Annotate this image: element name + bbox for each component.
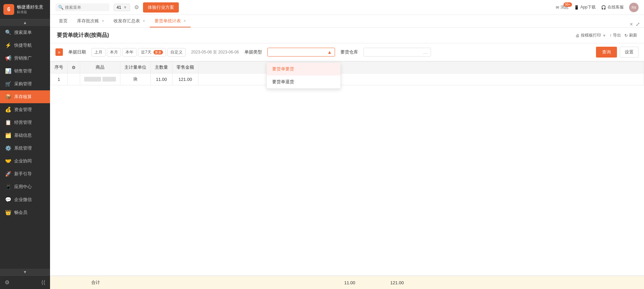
refresh-label: 刷新	[629, 32, 637, 38]
sidebar-item-quick-nav[interactable]: ⚡ 快捷导航	[0, 39, 50, 52]
sidebar-scroll-down[interactable]: ▼	[0, 269, 50, 275]
custom-date-btn[interactable]: 自定义	[167, 48, 186, 57]
sidebar-item-search[interactable]: 🔍 搜索菜单	[0, 26, 50, 39]
sidebar-item-label: 畅会员	[14, 209, 27, 216]
tab-order-summary[interactable]: 要货单统计表 ×	[150, 15, 191, 27]
product-cell	[84, 77, 116, 82]
sidebar-item-purchase[interactable]: 🛒 采购管理	[0, 77, 50, 90]
tabbar-expand-button[interactable]: ⤢	[636, 21, 640, 27]
num-value: 41	[117, 5, 121, 10]
warehouse-filter-label: 要货仓库	[340, 49, 358, 55]
table-settings-icon[interactable]: ⚙	[72, 65, 76, 70]
sidebar-item-label: 系统管理	[14, 145, 32, 151]
tab-order-summary-close[interactable]: ×	[184, 19, 186, 23]
app-download-button[interactable]: 📱 App下载	[574, 4, 596, 10]
message-badge: 99+	[564, 2, 572, 7]
refresh-icon: ↻	[624, 33, 628, 38]
settings-icon[interactable]: ⚙	[5, 279, 9, 286]
topbar: 🔍 41 ▼ ⚙ 体验行业方案 ✉ 消息 99+ 📱 App下载 🎧 在线客服	[50, 0, 644, 15]
tab-inventory-batch[interactable]: 库存批次账 ×	[72, 15, 109, 27]
type-select-input[interactable]	[270, 50, 327, 55]
type-select[interactable]: ▲	[267, 48, 335, 57]
sidebar-item-operations[interactable]: 📋 经营管理	[0, 116, 50, 129]
refresh-button[interactable]: ↻ 刷新	[624, 32, 637, 38]
user-avatar[interactable]: Rit	[629, 3, 639, 12]
cell-product	[80, 73, 120, 85]
last-7days-btn[interactable]: 近7天 更多	[138, 48, 166, 57]
tab-inventory-batch-close[interactable]: ×	[102, 19, 104, 23]
table-area: 序号 ⚙ 商品 主计量单位 主数量 零售金额 1	[50, 61, 644, 289]
product-placeholder-1	[84, 77, 101, 82]
sidebar-scroll-up[interactable]: ▲	[0, 19, 50, 26]
summary-amount: 121.00	[377, 280, 418, 285]
sidebar-item-sales[interactable]: 📊 销售管理	[0, 65, 50, 77]
sidebar-bottom: ⚙ ⟨⟨	[0, 275, 50, 289]
dropdown-item-purchase-order[interactable]: 要货单要货	[267, 63, 340, 75]
appstore-icon: 📱	[5, 184, 11, 190]
sidebar-item-marketing[interactable]: 📢 营销推广	[0, 52, 50, 65]
this-year-btn[interactable]: 本年	[122, 48, 137, 57]
export-button[interactable]: ↑ 导出	[610, 32, 621, 38]
summary-row: 合计 11.00 121.00	[50, 275, 644, 289]
search-input[interactable]	[65, 5, 102, 10]
app-name: 畅捷通好生意	[17, 4, 43, 10]
main-area: 🔍 41 ▼ ⚙ 体验行业方案 ✉ 消息 99+ 📱 App下载 🎧 在线客服	[50, 0, 644, 289]
sidebar-item-appstore[interactable]: 📱 应用中心	[0, 180, 50, 193]
query-button[interactable]: 查询	[596, 47, 617, 58]
this-month-btn[interactable]: 本月	[107, 48, 121, 57]
cell-amount: 121.00	[172, 73, 198, 85]
warehouse-input-field[interactable]	[366, 50, 423, 55]
sidebar-item-label: 搜索菜单	[14, 29, 32, 36]
sidebar-item-inventory[interactable]: 📦 库存核算	[0, 90, 50, 103]
tab-inventory-batch-label: 库存批次账	[77, 18, 99, 24]
col-row-num: 序号	[50, 62, 68, 73]
tabbar: 首页 库存批次账 × 收发存汇总表 × 要货单统计表 × × ⤢	[50, 15, 644, 28]
online-service-button[interactable]: 🎧 在线客服	[601, 4, 624, 10]
last-7days-label: 近7天	[141, 50, 151, 54]
sidebar: 6 畅捷通好生意 标准版 ▲ 🔍 搜索菜单 ⚡ 快捷导航 📢 营销推广 📊 销售…	[0, 0, 50, 289]
collapse-icon[interactable]: ⟨⟨	[41, 279, 45, 286]
page-title: 要货单统计表(按商品)	[57, 32, 109, 43]
warehouse-input[interactable]: …	[363, 48, 431, 57]
tab-home-label: 首页	[59, 18, 68, 24]
tab-receivable-summary-close[interactable]: ×	[143, 19, 145, 23]
warehouse-dots-icon: …	[423, 49, 428, 55]
content-area: 要货单统计表(按商品) 🖨 按模板打印 ▼ ↑ 导出 ↻ 刷新	[50, 28, 644, 289]
tabbar-close-all-button[interactable]: ×	[630, 21, 633, 27]
sidebar-item-label: 营销推广	[14, 55, 32, 61]
last-month-btn[interactable]: 上月	[91, 48, 105, 57]
basic-icon: 🗂️	[5, 132, 11, 138]
dropdown-item-purchase-return[interactable]: 要货单退货	[267, 75, 340, 88]
trial-button[interactable]: 体验行业方案	[143, 2, 179, 13]
app-logo: 6 畅捷通好生意 标准版	[0, 0, 50, 19]
sidebar-item-label: 企业微信	[14, 197, 32, 203]
topbar-gear-icon[interactable]: ⚙	[134, 4, 139, 10]
summary-quantity: 11.00	[330, 280, 370, 285]
topbar-num-badge[interactable]: 41 ▼	[114, 4, 130, 11]
sidebar-item-enterprise[interactable]: 🤝 企业协同	[0, 155, 50, 168]
filter-expand-button[interactable]: »	[55, 48, 63, 56]
topbar-search-box[interactable]: 🔍	[55, 3, 110, 11]
sidebar-item-basic[interactable]: 🗂️ 基础信息	[0, 129, 50, 142]
type-dropdown: 要货单要货 要货单退货	[266, 62, 341, 89]
chevron-down-icon: ▼	[123, 5, 127, 10]
sidebar-item-guide[interactable]: 🚀 新手引导	[0, 168, 50, 180]
app-download-icon: 📱	[574, 5, 579, 10]
search-icon: 🔍	[58, 5, 64, 10]
sidebar-item-label: 企业协同	[14, 158, 32, 164]
sidebar-item-wechat[interactable]: 💬 企业微信	[0, 193, 50, 206]
setting-button[interactable]: 设置	[620, 47, 639, 58]
sidebar-item-member[interactable]: 👑 畅会员	[0, 206, 50, 219]
expand-icon: »	[58, 49, 61, 55]
data-table: 序号 ⚙ 商品 主计量单位 主数量 零售金额 1	[50, 61, 644, 85]
sidebar-item-system[interactable]: ⚙️ 系统管理	[0, 142, 50, 155]
print-button[interactable]: 🖨 按模板打印 ▼	[575, 32, 606, 38]
tab-receivable-summary[interactable]: 收发存汇总表 ×	[109, 15, 150, 27]
sidebar-item-finance[interactable]: 💰 资金管理	[0, 103, 50, 116]
export-label: 导出	[613, 32, 621, 38]
col-settings[interactable]: ⚙	[68, 62, 80, 73]
date-filter-group: 上月 本月 本年 近7天 更多 自定义	[91, 48, 186, 57]
col-amount: 零售金额	[172, 62, 198, 73]
tab-home[interactable]: 首页	[54, 15, 72, 27]
message-button[interactable]: ✉ 消息 99+	[556, 4, 569, 10]
